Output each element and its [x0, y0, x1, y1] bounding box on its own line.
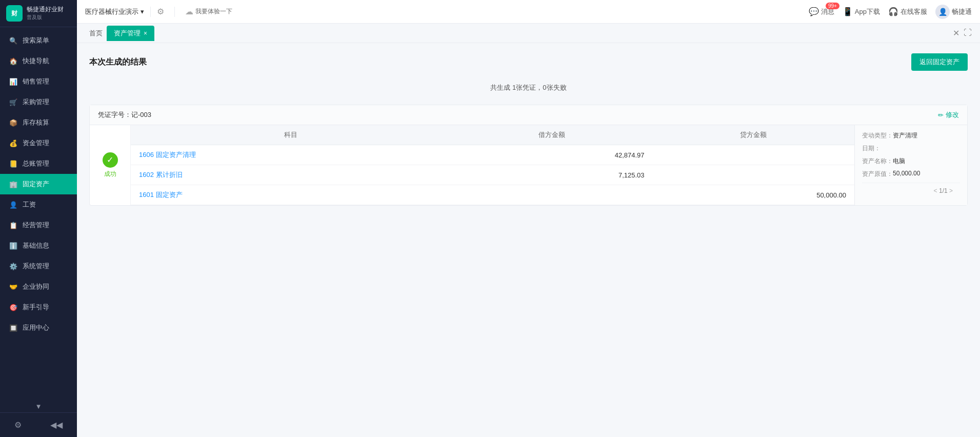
- purchase-icon: 🛒: [8, 97, 18, 107]
- fixed-assets-icon: 🏢: [8, 179, 18, 189]
- detail-asset-name-value: 电脑: [893, 157, 905, 166]
- page-info: 1/1: [939, 187, 949, 194]
- return-button[interactable]: 返回固定资产: [911, 53, 968, 71]
- sidebar-item-search[interactable]: 🔍 搜索菜单: [0, 30, 77, 51]
- user-menu[interactable]: 👤 畅捷通: [935, 5, 972, 19]
- sidebar-item-sales[interactable]: 📊 销售管理: [0, 71, 77, 92]
- app-center-icon: 🔲: [8, 323, 18, 333]
- sidebar-item-purchase[interactable]: 🛒 采购管理: [0, 92, 77, 112]
- sidebar-item-label-fixed-assets: 固定资产: [23, 180, 49, 189]
- tab-asset-management[interactable]: 资产管理 ×: [107, 26, 154, 41]
- tab-close-icon[interactable]: ×: [144, 30, 147, 37]
- result-summary: 共生成 1张凭证，0张失败: [89, 79, 968, 96]
- success-label: 成功: [104, 170, 116, 178]
- quick-nav-icon: 🏠: [8, 56, 18, 66]
- sidebar-item-label-app-center: 应用中心: [23, 323, 49, 332]
- sidebar-item-label-quick-nav: 快捷导航: [23, 56, 49, 66]
- cell-credit: [653, 145, 854, 165]
- sidebar: 财 畅捷通好业财 普及版 🔍 搜索菜单 🏠 快捷导航 📊 销售管理 🛒 采购管理…: [0, 0, 77, 437]
- col-credit: 贷方金额: [653, 125, 854, 145]
- voucher-card: 凭证字号：记-003 ✏ 修改 ✓ 成功 科目: [89, 105, 968, 206]
- page-header: 本次生成的结果 返回固定资产: [89, 53, 968, 71]
- sidebar-item-payroll[interactable]: 👤 工资: [0, 194, 77, 215]
- online-service-label: 在线客服: [901, 7, 927, 16]
- message-icon: 💬: [809, 7, 819, 16]
- sidebar-item-label-inventory: 库存核算: [23, 118, 49, 127]
- tab-home[interactable]: 首页: [85, 29, 107, 38]
- topbar: 医疗器械行业演示 ▾ ⚙ ☁ 我要体验一下 💬 消息 99+ 📱 App下载 🎧…: [77, 0, 980, 24]
- sidebar-item-app-center[interactable]: 🔲 应用中心: [0, 317, 77, 338]
- sidebar-item-basic-info[interactable]: ℹ️ 基础信息: [0, 235, 77, 256]
- sidebar-item-business[interactable]: 📋 经营管理: [0, 215, 77, 235]
- sidebar-item-cooperation[interactable]: 🤝 企业协同: [0, 276, 77, 297]
- voucher-header: 凭证字号：记-003 ✏ 修改: [90, 105, 967, 125]
- content-area: 本次生成的结果 返回固定资产 共生成 1张凭证，0张失败 凭证字号：记-003 …: [77, 43, 980, 437]
- detail-original-value-label: 资产原值：: [862, 170, 893, 178]
- sidebar-item-label-search: 搜索菜单: [23, 36, 49, 45]
- experience-button[interactable]: ☁ 我要体验一下: [185, 7, 232, 16]
- panel-close-icon[interactable]: ✕: [953, 28, 959, 38]
- main-area: 医疗器械行业演示 ▾ ⚙ ☁ 我要体验一下 💬 消息 99+ 📱 App下载 🎧…: [77, 0, 980, 437]
- ledger-icon: 📒: [8, 158, 18, 169]
- sidebar-item-ledger[interactable]: 📒 总账管理: [0, 153, 77, 174]
- sidebar-item-inventory[interactable]: 📦 库存核算: [0, 112, 77, 133]
- online-service-button[interactable]: 🎧 在线客服: [888, 7, 927, 16]
- table-row: 1606 固定资产清理 42,874.97: [131, 145, 854, 165]
- voucher-table: 科目 借方金额 贷方金额 1606 固定资产清理 42,874.97 1602 …: [131, 125, 854, 205]
- sidebar-item-fixed-assets[interactable]: 🏢 固定资产: [0, 174, 77, 194]
- voucher-table-container: 科目 借方金额 贷方金额 1606 固定资产清理 42,874.97 1602 …: [131, 125, 854, 205]
- prev-page[interactable]: <: [934, 187, 937, 194]
- app-download-button[interactable]: 📱 App下载: [843, 7, 880, 16]
- sidebar-nav: 🔍 搜索菜单 🏠 快捷导航 📊 销售管理 🛒 采购管理 📦 库存核算 💰 资金管…: [0, 27, 77, 401]
- sidebar-item-label-cooperation: 企业协同: [23, 282, 49, 291]
- sidebar-scroll-down[interactable]: ▼: [0, 401, 77, 412]
- dropdown-icon: ▾: [141, 8, 144, 15]
- sidebar-item-quick-nav[interactable]: 🏠 快捷导航: [0, 51, 77, 71]
- app-download-label: App下载: [855, 7, 880, 16]
- settings-gear-icon[interactable]: ⚙: [157, 7, 164, 16]
- download-icon: 📱: [843, 7, 853, 16]
- voucher-detail-panel: 变动类型： 资产清理 日期： 资产名称： 电脑 资产原值： 50,000.00: [854, 125, 967, 205]
- col-debit: 借方金额: [451, 125, 652, 145]
- inventory-icon: 📦: [8, 117, 18, 128]
- edit-icon: ✏: [938, 111, 944, 119]
- messages-button[interactable]: 💬 消息 99+: [809, 7, 834, 16]
- sidebar-item-system[interactable]: ⚙️ 系统管理: [0, 256, 77, 276]
- cell-debit: [451, 185, 652, 205]
- logo-text: 畅捷通好业财: [27, 6, 64, 14]
- sidebar-logo: 财 畅捷通好业财 普及版: [0, 0, 77, 27]
- cell-debit: 42,874.97: [451, 145, 652, 165]
- username-label: 畅捷通: [952, 7, 972, 16]
- panel-expand-icon[interactable]: ⛶: [964, 28, 972, 38]
- cell-credit: [653, 165, 854, 185]
- voucher-number: 凭证字号：记-003: [98, 110, 151, 120]
- logo-text-wrap: 畅捷通好业财 普及版: [27, 6, 64, 21]
- system-icon: ⚙️: [8, 261, 18, 271]
- settings-button[interactable]: ⚙: [11, 417, 25, 433]
- search-icon: 🔍: [8, 35, 18, 46]
- success-indicator: ✓ 成功: [90, 125, 131, 205]
- sidebar-item-guide[interactable]: 🎯 新手引导: [0, 297, 77, 317]
- voucher-body: ✓ 成功 科目 借方金额 贷方金额 1606 固定资产清: [90, 125, 967, 205]
- table-row: 1601 固定资产 50,000.00: [131, 185, 854, 205]
- sidebar-item-label-payroll: 工资: [23, 200, 36, 209]
- detail-change-type-value: 资产清理: [893, 131, 917, 140]
- cell-subject: 1606 固定资产清理: [131, 145, 451, 165]
- funds-icon: 💰: [8, 138, 18, 148]
- table-row: 1602 累计折旧 7,125.03: [131, 165, 854, 185]
- collapse-button[interactable]: ◀◀: [47, 417, 66, 433]
- detail-change-type-label: 变动类型：: [862, 131, 893, 140]
- sidebar-item-funds[interactable]: 💰 资金管理: [0, 133, 77, 153]
- logo-icon: 财: [6, 5, 23, 22]
- sidebar-footer: ⚙ ◀◀: [0, 412, 77, 437]
- page-title: 本次生成的结果: [89, 57, 147, 68]
- edit-label: 修改: [946, 110, 959, 120]
- next-page[interactable]: >: [949, 187, 953, 194]
- payroll-icon: 👤: [8, 200, 18, 210]
- detail-change-type: 变动类型： 资产清理: [862, 131, 960, 140]
- sidebar-item-label-business: 经营管理: [23, 221, 49, 230]
- cell-debit: 7,125.03: [451, 165, 652, 185]
- company-selector[interactable]: 医疗器械行业演示 ▾: [85, 7, 144, 16]
- edit-button[interactable]: ✏ 修改: [938, 110, 959, 120]
- topbar-divider-1: [150, 7, 151, 17]
